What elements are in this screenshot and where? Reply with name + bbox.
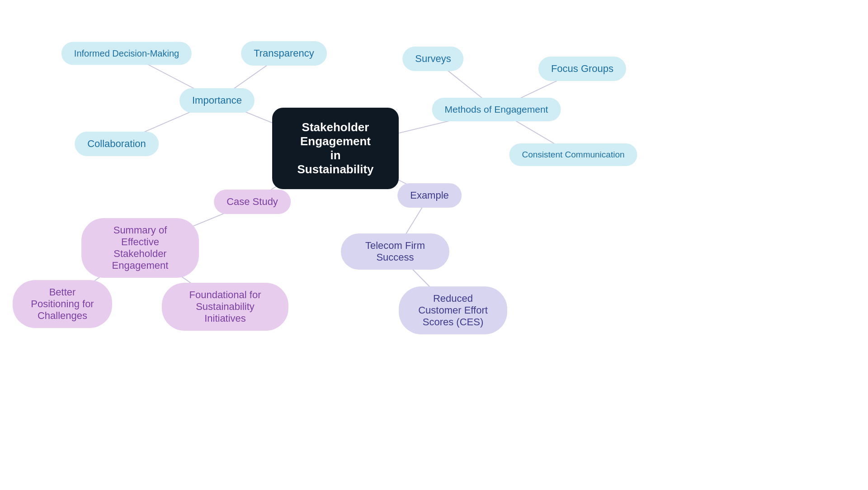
center-node: Stakeholder Engagement in Sustainability	[272, 108, 399, 189]
node-transparency: Transparency	[241, 41, 327, 66]
node-summary: Summary of Effective Stakeholder Engagem…	[81, 218, 199, 278]
node-better-positioning: Better Positioning for Challenges	[13, 280, 112, 328]
node-informed: Informed Decision-Making	[61, 42, 192, 65]
node-importance: Importance	[179, 88, 255, 113]
node-example: Example	[397, 183, 462, 208]
mind-map: Stakeholder Engagement in Sustainability…	[0, 0, 868, 490]
node-foundational: Foundational for Sustainability Initiati…	[162, 283, 288, 331]
node-telecom: Telecom Firm Success	[341, 233, 449, 270]
node-surveys: Surveys	[402, 47, 463, 71]
node-consistent-comm: Consistent Communication	[509, 143, 637, 166]
node-reduced-ces: Reduced Customer Effort Scores (CES)	[399, 286, 507, 334]
node-case-study: Case Study	[214, 190, 291, 214]
node-methods: Methods of Engagement	[432, 98, 561, 121]
node-collaboration: Collaboration	[75, 132, 159, 156]
node-focus-groups: Focus Groups	[538, 57, 626, 81]
